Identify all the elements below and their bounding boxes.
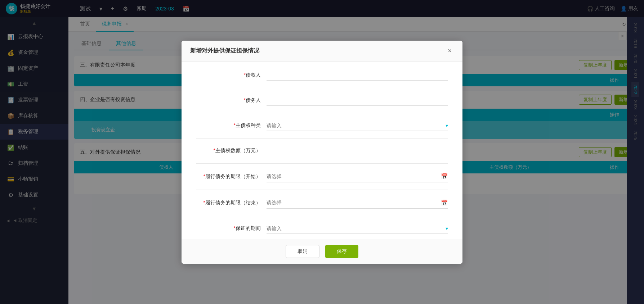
guarantee-period-select-wrapper[interactable]: ▾: [267, 223, 448, 234]
debt-type-input[interactable]: [267, 123, 446, 128]
modal-body: *债权人 *债务人 *主债权种类 ▾: [182, 62, 462, 239]
creditor-label: *债权人: [196, 72, 261, 78]
date-start-calendar-icon[interactable]: 📅: [441, 173, 448, 180]
date-end-calendar-icon[interactable]: 📅: [441, 199, 448, 206]
date-start-wrapper[interactable]: 📅: [267, 171, 448, 182]
debtor-input[interactable]: [267, 95, 448, 106]
form-row-debt-amount: *主债权数额（万元）: [196, 146, 448, 156]
date-start-required-mark: *: [204, 173, 205, 179]
guarantee-period-arrow-icon: ▾: [446, 226, 448, 231]
modal-cancel-button[interactable]: 取消: [286, 245, 319, 258]
guarantee-period-input[interactable]: [267, 226, 446, 231]
modal-header: 新增对外提供保证担保情况 ×: [182, 41, 462, 62]
debt-type-arrow-icon: ▾: [446, 123, 448, 128]
creditor-required-mark: *: [244, 72, 246, 78]
form-row-creditor: *债权人: [196, 70, 448, 81]
date-start-label: *履行债务的期限（开始）: [196, 173, 261, 180]
modal-save-button[interactable]: 保存: [325, 245, 358, 258]
modal-overlay: 新增对外提供保证担保情况 × *债权人 *债务人: [0, 0, 644, 304]
date-end-label: *履行债务的期限（结束）: [196, 200, 261, 206]
modal-add-guarantee: 新增对外提供保证担保情况 × *债权人 *债务人: [182, 41, 462, 264]
guarantee-period-required-mark: *: [234, 225, 236, 231]
debtor-required-mark: *: [244, 97, 246, 103]
debt-type-select-wrapper[interactable]: ▾: [267, 121, 448, 131]
form-row-date-start: *履行债务的期限（开始） 📅: [196, 171, 448, 182]
form-row-date-end: *履行债务的期限（结束） 📅: [196, 197, 448, 209]
modal-title: 新增对外提供保证担保情况: [190, 47, 259, 55]
debt-amount-label: *主债权数额（万元）: [196, 148, 261, 154]
debt-type-label: *主债权种类: [196, 122, 261, 129]
debtor-label: *债务人: [196, 97, 261, 104]
date-start-input[interactable]: [267, 173, 441, 179]
form-row-debtor: *债务人: [196, 95, 448, 106]
modal-close-button[interactable]: ×: [446, 46, 454, 55]
debt-amount-input[interactable]: [267, 146, 448, 156]
debt-amount-required-mark: *: [214, 148, 215, 153]
debt-type-required-mark: *: [234, 122, 236, 128]
form-row-guarantee-period: *保证的期间 ▾: [196, 223, 448, 234]
guarantee-period-label: *保证的期间: [196, 225, 261, 232]
date-end-wrapper[interactable]: 📅: [267, 197, 448, 209]
date-end-required-mark: *: [204, 200, 205, 205]
creditor-input[interactable]: [267, 70, 448, 81]
form-row-debt-type: *主债权种类 ▾: [196, 121, 448, 131]
modal-footer: 取消 保存: [182, 239, 462, 264]
date-end-input[interactable]: [267, 200, 441, 205]
